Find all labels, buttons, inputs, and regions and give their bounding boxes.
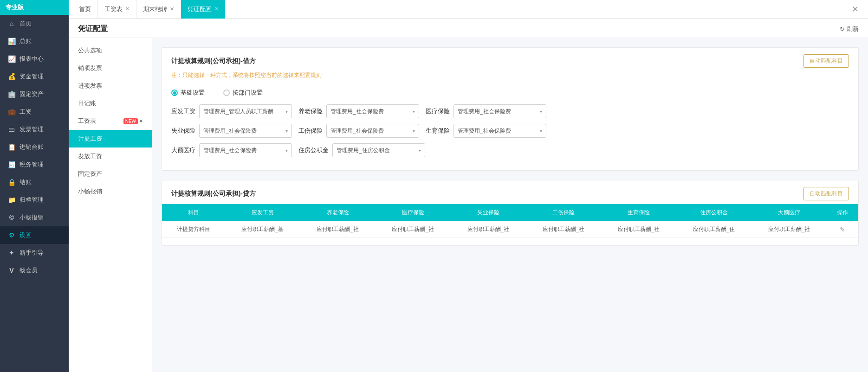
th-action: 操作 — [827, 204, 858, 221]
sidebar-item-report[interactable]: 📈 报表中心 — [0, 50, 69, 68]
radio-dept-label: 按部门设置 — [233, 89, 263, 97]
sidebar-item-home[interactable]: ⌂ 首页 — [0, 15, 69, 32]
cell-dae[interactable]: 应付职工薪酬_社 — [751, 221, 827, 238]
sidebar-item-invoice[interactable]: 🗃 发票管理 — [0, 121, 69, 138]
nav-purchase-label: 进项发票 — [78, 82, 102, 90]
tab-voucher[interactable]: 凭证配置 ✕ — [181, 0, 226, 19]
radio-department[interactable]: 按部门设置 — [223, 89, 263, 97]
credit-auto-match-button[interactable]: 自动匹配科目 — [803, 187, 849, 200]
select-yingfa[interactable]: 管理费用_管理人员职工薪酬 ▾ — [199, 104, 292, 118]
select-gongshang[interactable]: 管理费用_社会保险费 ▾ — [326, 124, 419, 138]
th-subject: 科目 — [162, 204, 225, 221]
cell-gjj[interactable]: 应付职工薪酬_住 — [676, 221, 751, 238]
chevron-down-icon: ▾ — [285, 109, 288, 114]
th-shiye: 失业保险 — [451, 204, 526, 221]
nav-sales-invoice[interactable]: 销项发票 — [69, 59, 152, 77]
nav-purchase-invoice[interactable]: 进项发票 — [69, 77, 152, 95]
page-header: 凭证配置 ↻ 刷新 — [69, 19, 868, 38]
nav-calc-salary[interactable]: 计提工资 — [69, 130, 152, 148]
sidebar-item-xiaochang[interactable]: © 小畅报销 — [0, 209, 69, 226]
select-gjj-value: 管理费用_住房公积金 — [337, 147, 390, 154]
cell-yiliao[interactable]: 应付职工薪酬_社 — [376, 221, 451, 238]
sidebar-label-closing: 结账 — [19, 178, 32, 186]
th-yiliao: 医疗保险 — [376, 204, 451, 221]
select-shiye-value: 管理费用_社会保险费 — [203, 127, 257, 135]
sidebar-label-vip: 畅会员 — [19, 266, 38, 275]
sidebar-label-ledger: 总账 — [19, 37, 32, 45]
field-gjj: 住房公积金 管理费用_住房公积金 ▾ — [298, 143, 425, 157]
sidebar-item-fixed[interactable]: 🏢 固定资产 — [0, 85, 69, 103]
cell-shiye[interactable]: 应付职工薪酬_社 — [451, 221, 526, 238]
nav-xiaochang-reimburse[interactable]: 小畅报销 — [69, 183, 152, 200]
refresh-button[interactable]: ↻ 刷新 — [840, 25, 859, 33]
sidebar-item-tax[interactable]: 🧾 税务管理 — [0, 156, 69, 173]
cell-yingfa[interactable]: 应付职工薪酬_基 — [225, 221, 300, 238]
sidebar-item-closing[interactable]: 🔒 结账 — [0, 173, 69, 191]
select-dae[interactable]: 管理费用_社会保险费 ▾ — [199, 143, 292, 157]
select-gjj[interactable]: 管理费用_住房公积金 ▾ — [332, 143, 425, 157]
chevron-down-icon: ▾ — [540, 128, 542, 134]
sidebar-item-salary[interactable]: 💼 工资 — [0, 103, 69, 121]
sidebar-label-xiaochang: 小畅报销 — [19, 213, 44, 222]
debit-body: 基础设置 按部门设置 应发工资 管理费用_管理人员职工薪酬 — [162, 84, 858, 170]
nav-journal-label: 日记账 — [78, 99, 96, 108]
edit-icon[interactable]: ✎ — [840, 226, 845, 233]
tab-payroll-close[interactable]: ✕ — [125, 6, 130, 12]
sidebar-item-vip[interactable]: V 畅会员 — [0, 262, 69, 279]
closing-icon: 🔒 — [7, 179, 16, 186]
sidebar-label-invoice: 发票管理 — [19, 125, 44, 134]
tab-period-label: 期末结转 — [143, 5, 167, 13]
sidebar-item-settings[interactable]: ⚙ 设置 — [0, 226, 69, 244]
tax-icon: 🧾 — [7, 161, 16, 168]
nav-issue-salary[interactable]: 发放工资 — [69, 148, 152, 165]
nav-public-label: 公共选项 — [78, 46, 102, 55]
sidebar-label-salary: 工资 — [19, 108, 32, 116]
select-gongshang-value: 管理费用_社会保险费 — [330, 127, 384, 135]
sidebar-label-archive: 归档管理 — [19, 196, 44, 204]
debit-auto-match-button[interactable]: 自动匹配科目 — [803, 54, 849, 68]
nav-public[interactable]: 公共选项 — [69, 42, 152, 59]
label-gongshang: 工伤保险 — [298, 127, 323, 135]
cell-shengyu[interactable]: 应付职工薪酬_社 — [601, 221, 676, 238]
close-main-btn[interactable]: ✕ — [846, 4, 864, 14]
field-dae: 大额医疗 管理费用_社会保险费 ▾ — [171, 143, 292, 157]
sidebar-item-archive[interactable]: 📁 归档管理 — [0, 191, 69, 209]
nav-fixed-asset[interactable]: 固定资产 — [69, 165, 152, 183]
chevron-icon: ▾ — [140, 118, 143, 124]
cell-gongshang[interactable]: 应付职工薪酬_社 — [526, 221, 601, 238]
right-content: 计提核算规则(公司承担)-借方 自动匹配科目 注：只能选择一种方式，系统将按照您… — [152, 38, 868, 372]
th-shengyu: 生育保险 — [601, 204, 676, 221]
capital-icon: 💰 — [7, 73, 16, 80]
tab-payroll[interactable]: 工资表 ✕ — [98, 0, 136, 19]
select-yiliao[interactable]: 管理费用_社会保险费 ▾ — [453, 104, 546, 118]
sidebar-label-home: 首页 — [19, 19, 32, 28]
tab-period[interactable]: 期末结转 ✕ — [136, 0, 181, 19]
select-yiliao-value: 管理费用_社会保险费 — [458, 108, 511, 115]
sidebar-item-trade[interactable]: 📋 进销台账 — [0, 138, 69, 156]
cell-edit[interactable]: ✎ — [827, 221, 858, 238]
nav-issue-label: 发放工资 — [78, 152, 102, 160]
radio-basic[interactable]: 基础设置 — [171, 89, 205, 97]
select-yanglao[interactable]: 管理费用_社会保险费 ▾ — [326, 104, 419, 118]
debit-row-2: 失业保险 管理费用_社会保险费 ▾ 工伤保险 管理费用_社会保险费 ▾ — [171, 124, 849, 138]
field-gongshang: 工伤保险 管理费用_社会保险费 ▾ — [298, 124, 419, 138]
th-gongshang: 工伤保险 — [526, 204, 601, 221]
select-shengyu[interactable]: 管理费用_社会保险费 ▾ — [453, 124, 546, 138]
tab-home[interactable]: 首页 — [72, 0, 98, 19]
nav-journal[interactable]: 日记账 — [69, 95, 152, 112]
nav-payroll-table[interactable]: 工资表 NEW ▾ — [69, 112, 152, 130]
tab-voucher-close[interactable]: ✕ — [214, 6, 219, 12]
guide-icon: ✦ — [7, 249, 16, 257]
tab-period-close[interactable]: ✕ — [170, 6, 174, 12]
field-shiye: 失业保险 管理费用_社会保险费 ▾ — [171, 124, 292, 138]
invoice-icon: 🗃 — [7, 126, 16, 133]
debit-note: 注：只能选择一种方式，系统将按照您当前的选择来配置规则 — [162, 71, 858, 84]
sidebar-item-ledger[interactable]: 📊 总账 — [0, 32, 69, 50]
select-shiye[interactable]: 管理费用_社会保险费 ▾ — [199, 124, 292, 138]
cell-yanglao[interactable]: 应付职工薪酬_社 — [300, 221, 376, 238]
sidebar-item-guide[interactable]: ✦ 新手引导 — [0, 244, 69, 262]
th-yanglao: 养老保险 — [300, 204, 376, 221]
sidebar-item-capital[interactable]: 💰 资金管理 — [0, 68, 69, 85]
select-shengyu-value: 管理费用_社会保险费 — [458, 127, 511, 135]
th-yingfa: 应发工资 — [225, 204, 300, 221]
